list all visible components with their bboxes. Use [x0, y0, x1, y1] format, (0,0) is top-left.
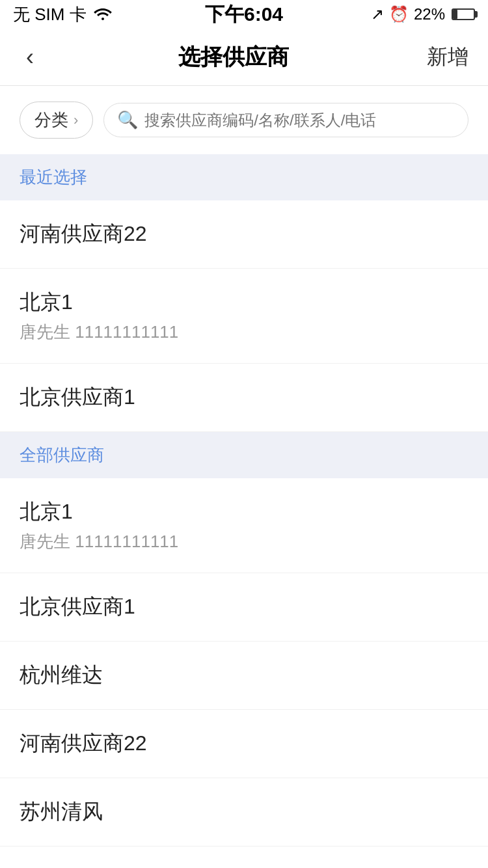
status-bar: 无 SIM 卡 下午6:04 ↗ ⏰ 22%	[0, 0, 488, 29]
list-item[interactable]: 河南供应商22	[0, 200, 488, 269]
recent-items-list: 河南供应商22北京1唐先生 11111111111北京供应商1	[0, 200, 488, 432]
battery-icon	[452, 8, 475, 20]
wifi-icon	[93, 5, 113, 25]
category-label: 分类	[34, 109, 68, 131]
filter-bar: 分类 › 🔍	[0, 86, 488, 154]
sim-status: 无 SIM 卡	[13, 3, 87, 26]
item-name: 苏州清风	[20, 798, 468, 826]
back-button[interactable]: ‹	[20, 37, 40, 77]
item-name: 河南供应商22	[20, 220, 468, 249]
search-input[interactable]	[144, 111, 455, 129]
item-name: 北京1	[20, 498, 468, 526]
recent-section-label: 最近选择	[20, 167, 87, 187]
list-item[interactable]: 河南供应商22	[0, 710, 488, 778]
chevron-right-icon: ›	[74, 112, 78, 129]
location-icon: ↗	[371, 5, 384, 23]
page-title: 选择供应商	[178, 42, 289, 72]
status-left: 无 SIM 卡	[13, 3, 113, 26]
item-name: 河南供应商22	[20, 729, 468, 758]
item-name: 北京供应商1	[20, 383, 468, 412]
alarm-icon: ⏰	[389, 5, 409, 23]
list-item[interactable]: 北京1唐先生 11111111111	[0, 269, 488, 364]
search-box[interactable]: 🔍	[103, 103, 468, 137]
recent-section-header: 最近选择	[0, 154, 488, 200]
list-item[interactable]: 北京供应商1	[0, 573, 488, 642]
status-time: 下午6:04	[205, 1, 283, 28]
list-item[interactable]: 北京1唐先生 11111111111	[0, 478, 488, 573]
item-sub: 唐先生 11111111111	[20, 530, 468, 553]
category-button[interactable]: 分类 ›	[20, 102, 93, 139]
all-section-label: 全部供应商	[20, 445, 104, 465]
battery-text: 22%	[414, 5, 445, 23]
item-name: 北京供应商1	[20, 593, 468, 621]
list-item[interactable]: 杭州维达	[0, 642, 488, 710]
item-name: 北京1	[20, 288, 468, 317]
status-right: ↗ ⏰ 22%	[371, 5, 475, 23]
item-sub: 唐先生 11111111111	[20, 321, 468, 344]
all-section-header: 全部供应商	[0, 432, 488, 478]
list-item[interactable]: 苏州清风	[0, 778, 488, 847]
list-item[interactable]: 北京供应商1	[0, 364, 488, 432]
all-items-list: 北京1唐先生 11111111111北京供应商1杭州维达河南供应商22苏州清风	[0, 478, 488, 847]
item-name: 杭州维达	[20, 661, 468, 690]
search-icon: 🔍	[117, 110, 138, 130]
add-button[interactable]: 新增	[427, 43, 468, 72]
nav-bar: ‹ 选择供应商 新增	[0, 29, 488, 86]
